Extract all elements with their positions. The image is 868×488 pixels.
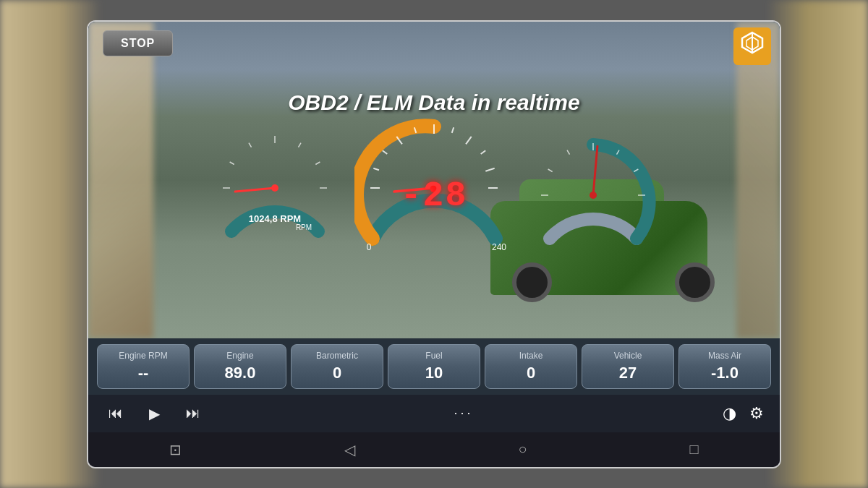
display-button[interactable]: ◑	[721, 403, 738, 424]
android-nav: ⊡ ◁ ○ □	[88, 432, 780, 467]
data-card-engine-rpm: Engine RPM --	[97, 344, 190, 389]
settings-button[interactable]: ⚙	[748, 403, 765, 424]
card-label: Vehicle	[587, 351, 669, 361]
data-card-mass-air: Mass Air -1.0	[678, 344, 771, 389]
data-card-intake: Intake 0	[485, 344, 577, 389]
svg-line-30	[567, 150, 570, 154]
card-label: Barometric	[296, 351, 378, 361]
card-value: 0	[296, 364, 378, 382]
rpm-gauge: RPM 1024,8 RPM	[210, 123, 340, 253]
card-label: Mass Air	[684, 351, 766, 361]
gauges-container: RPM 1024,8 RPM	[88, 108, 780, 338]
svg-line-20	[466, 136, 472, 144]
brand-logo	[733, 27, 771, 65]
svg-text:240: 240	[492, 242, 506, 252]
data-card-vehicle: Vehicle 27	[582, 344, 674, 389]
card-label: Engine	[199, 351, 281, 361]
card-value: --	[102, 364, 184, 382]
data-card-engine: Engine 89.0	[194, 344, 286, 389]
data-cards-row: Engine RPM -- Engine 89.0 Barometric 0 F…	[88, 338, 780, 395]
svg-line-21	[481, 150, 485, 154]
card-value: 89.0	[199, 364, 281, 382]
stop-button[interactable]: STOP	[103, 30, 173, 56]
svg-line-5	[249, 142, 252, 147]
main-frame: STOP OBD2 / ELM Data in realtime	[87, 20, 781, 468]
card-value: -1.0	[684, 364, 766, 382]
svg-line-19	[452, 127, 454, 133]
svg-text:RPM: RPM	[296, 223, 312, 231]
card-value: 0	[490, 364, 572, 382]
speed-gauge: 0 240 -28	[354, 108, 514, 267]
card-value: 27	[587, 364, 669, 382]
right-gauge	[528, 130, 658, 260]
card-value: 10	[393, 364, 475, 382]
svg-line-8	[315, 162, 320, 165]
recent-button[interactable]: □	[668, 438, 720, 461]
data-card-barometric: Barometric 0	[291, 344, 383, 389]
svg-line-10	[235, 188, 275, 192]
svg-line-22	[485, 168, 494, 171]
svg-line-29	[548, 169, 553, 172]
data-card-fuel: Fuel 10	[388, 344, 480, 389]
home-button[interactable]: ○	[496, 438, 548, 461]
rpm-value: 1024,8 RPM	[249, 213, 301, 224]
svg-point-36	[590, 192, 597, 199]
transport-dots: ···	[221, 406, 707, 421]
display-area: STOP OBD2 / ELM Data in realtime	[88, 22, 780, 338]
svg-text:0: 0	[367, 242, 372, 252]
skip-forward-button[interactable]: ⏭	[180, 402, 206, 424]
svg-line-7	[299, 142, 302, 147]
speed-display: -28	[401, 176, 467, 215]
svg-line-15	[383, 150, 387, 154]
svg-point-11	[271, 184, 278, 192]
svg-line-35	[593, 146, 597, 195]
transport-bar: ⏮ ▶ ⏭ ··· ◑ ⚙	[88, 395, 780, 432]
svg-line-4	[230, 162, 234, 165]
skip-back-button[interactable]: ⏮	[103, 402, 129, 424]
back-button[interactable]: ◁	[323, 438, 377, 461]
card-label: Intake	[490, 351, 572, 361]
svg-line-14	[373, 168, 379, 169]
card-label: Engine RPM	[102, 351, 184, 361]
screenshot-button[interactable]: ⊡	[148, 438, 203, 461]
play-button[interactable]: ▶	[143, 402, 166, 425]
card-label: Fuel	[393, 351, 475, 361]
renault-icon	[739, 31, 765, 61]
app-title: OBD2 / ELM Data in realtime	[288, 90, 579, 115]
